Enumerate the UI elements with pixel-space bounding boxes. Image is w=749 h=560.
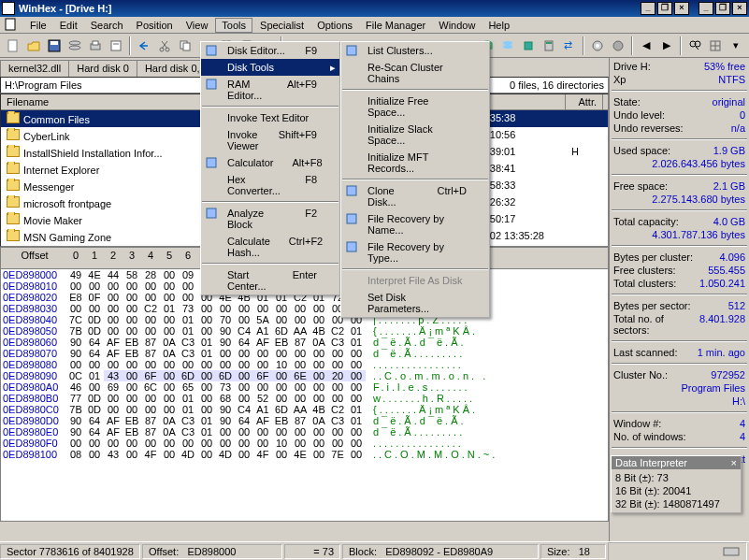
svg-rect-13 xyxy=(183,43,190,50)
used-label: Used space: xyxy=(613,145,670,156)
menu-filemanager[interactable]: File Manager xyxy=(360,19,431,32)
title-text: WinHex - [Drive H:] xyxy=(19,3,112,14)
tb-cut-icon[interactable] xyxy=(155,36,174,55)
tb-disks2-icon[interactable] xyxy=(498,36,517,55)
svg-rect-3 xyxy=(50,41,58,45)
hex-row[interactable]: 0ED8980D09064AFEB870AC3019064AFEB870AC30… xyxy=(1,415,608,426)
drive-label: Drive H: xyxy=(613,61,651,72)
menu-item[interactable]: RAM Editor...Alt+F9 xyxy=(201,76,339,104)
tb-save-icon[interactable] xyxy=(45,36,64,55)
menu-item[interactable]: Invoke Text Editor xyxy=(201,109,339,126)
child-close-button[interactable]: × xyxy=(674,2,689,15)
hex-row[interactable]: 0ED898100080043004F004D004D004F004E007E0… xyxy=(1,449,608,460)
svg-rect-7 xyxy=(93,41,98,45)
tb-print-icon[interactable] xyxy=(86,36,105,55)
tb-dropdown-icon[interactable]: ▾ xyxy=(727,36,745,55)
menu-item[interactable]: CalculatorAlt+F8 xyxy=(201,154,339,171)
menu-item[interactable]: Clone Disk...Ctrl+D xyxy=(341,182,489,210)
menu-item[interactable]: Calculate Hash...Ctrl+F2 xyxy=(201,233,339,261)
hex-row[interactable]: 0ED8980C07B0D00000000010090C4A16DAA4BC20… xyxy=(1,404,608,415)
menu-item[interactable]: Initialize Slack Space... xyxy=(341,121,489,149)
tab-hd0[interactable]: Hard disk 0 xyxy=(68,60,137,77)
menu-item[interactable]: List Clusters... xyxy=(341,42,489,59)
tb-undo-icon[interactable] xyxy=(135,36,153,55)
tb-next-icon[interactable]: ▶ xyxy=(657,36,676,55)
status-offset: Offset: ED898000 xyxy=(142,544,282,559)
hex-row[interactable]: 0ED8980800000000000000000000000100000000… xyxy=(1,359,608,370)
child-minimize-button[interactable]: _ xyxy=(641,2,655,15)
tb-grid-icon[interactable] xyxy=(706,36,725,55)
col-attr[interactable]: Attr. xyxy=(566,94,603,109)
col-filename[interactable]: Filename xyxy=(1,94,201,109)
hex-row[interactable]: 0ED8980407C0D00000000010070005A000000000… xyxy=(1,314,608,325)
bps-label: Bytes per sector: xyxy=(613,300,691,311)
rev-label: Undo reverses: xyxy=(613,122,684,134)
menu-item[interactable]: File Recovery by Name... xyxy=(341,210,489,238)
menu-item[interactable]: Set Disk Parameters... xyxy=(341,289,489,317)
hex-row[interactable]: 0ED8980A0460069006C006500730000000000000… xyxy=(1,381,608,393)
menu-item[interactable]: Re-Scan Cluster Chains xyxy=(341,59,489,87)
tc-value: 1.050.241 xyxy=(699,278,745,289)
menu-item[interactable]: Initialize MFT Records... xyxy=(341,149,489,177)
menu-item[interactable]: Disk Tools▸ xyxy=(201,59,339,76)
menu-options[interactable]: Options xyxy=(311,19,358,32)
tb-disks-icon[interactable] xyxy=(65,36,84,55)
menu-specialist[interactable]: Specialist xyxy=(254,19,310,32)
hex-row[interactable]: 0ED8980609064AFEB870AC3019064AFEB870AC30… xyxy=(1,337,608,348)
tb-calc-icon[interactable] xyxy=(540,36,558,55)
tb-copy-icon[interactable] xyxy=(176,36,194,55)
hex-row[interactable]: 0ED8980507B0D00000000010090C4A16DAA4BC20… xyxy=(1,325,608,337)
menu-position[interactable]: Position xyxy=(131,19,179,32)
hex-row[interactable]: 0ED8980900C0143006F006D006D006F006E00200… xyxy=(1,370,608,381)
hex-row[interactable]: 0ED8980B0770D000000000100680052000000000… xyxy=(1,393,608,404)
menu-view[interactable]: View xyxy=(180,19,214,32)
menu-item[interactable]: Initialize Free Space... xyxy=(341,93,489,121)
minimize-button[interactable]: _ xyxy=(699,2,713,15)
menu-search[interactable]: Search xyxy=(85,19,129,32)
tb-replace-icon[interactable]: ⇄ xyxy=(560,36,579,55)
svg-point-28 xyxy=(613,41,623,50)
svg-rect-0 xyxy=(6,19,15,30)
svg-rect-8 xyxy=(111,41,121,50)
tb-gear-icon[interactable] xyxy=(588,36,607,55)
menu-help[interactable]: Help xyxy=(483,19,515,32)
cn-drive: H:\ xyxy=(732,395,745,407)
menu-file[interactable]: File xyxy=(24,19,52,32)
ts-label: Total no. of sectors: xyxy=(613,313,699,336)
tb-gear2-icon[interactable] xyxy=(609,36,627,55)
menu-item[interactable]: File Recovery by Type... xyxy=(341,238,489,266)
restore-button[interactable]: ❐ xyxy=(715,2,730,15)
tb-props-icon[interactable] xyxy=(107,36,125,55)
tb-new-icon[interactable] xyxy=(4,36,22,55)
menu-item[interactable]: Invoke ViewerShift+F9 xyxy=(201,126,339,154)
child-restore-button[interactable]: ❐ xyxy=(657,2,672,15)
folder-icon xyxy=(7,196,20,208)
hex-row[interactable]: 0ED89803000000000C2017300000000000000000… xyxy=(1,303,608,314)
cn-label: Cluster No.: xyxy=(613,369,668,381)
close-button[interactable]: × xyxy=(732,2,747,15)
data-interpreter-window: Data Interpreter× 8 Bit (±): 73 16 Bit (… xyxy=(611,455,742,513)
tb-chip-icon[interactable] xyxy=(519,36,538,55)
menu-item[interactable]: Start Center...Enter xyxy=(201,266,339,294)
hex-row[interactable]: 0ED8980709064AFEB870AC301000000000000000… xyxy=(1,348,608,359)
svg-rect-42 xyxy=(347,242,356,251)
undo-value: 0 xyxy=(740,109,745,121)
bps-value: 512 xyxy=(728,300,745,311)
hex-row[interactable]: 0ED8980E09064AFEB870AC301000000000000000… xyxy=(1,426,608,438)
hex-row[interactable]: 0ED8980F00000000000000000000000100000000… xyxy=(1,438,608,449)
tb-prev-icon[interactable]: ◀ xyxy=(637,36,655,55)
menu-edit[interactable]: Edit xyxy=(54,19,83,32)
menu-tools[interactable]: Tools xyxy=(215,18,252,33)
tab-kernel32[interactable]: kernel32.dll xyxy=(0,60,69,77)
status-size: Size: 18 xyxy=(540,544,606,559)
menu-item[interactable]: Hex Converter...F8 xyxy=(201,171,339,199)
menu-item[interactable]: Disk Editor...F9 xyxy=(201,42,339,59)
status-block: Block: ED898092 - ED8980A9 xyxy=(342,544,539,559)
drive-pct: 53% free xyxy=(704,61,745,72)
menu-item[interactable]: Analyze BlockF2 xyxy=(201,205,339,233)
tb-find-icon[interactable] xyxy=(685,36,704,55)
tb-open-icon[interactable] xyxy=(24,36,43,55)
interp-close-icon[interactable]: × xyxy=(731,457,737,468)
menu-window[interactable]: Window xyxy=(433,19,481,32)
doc-icon xyxy=(4,18,19,33)
